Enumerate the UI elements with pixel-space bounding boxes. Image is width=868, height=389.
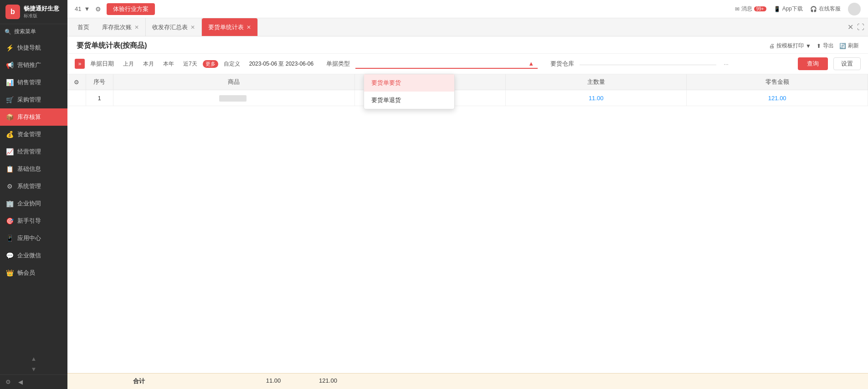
date-shortcuts: 上月 本月 本年 近7天 更多 自定义 — [119, 59, 244, 69]
tab-order-stats[interactable]: 要货单统计表 ✕ — [202, 18, 258, 36]
th-settings[interactable]: ⚙ — [67, 74, 86, 90]
table-footer: 合计 11.00 121.00 — [67, 373, 868, 389]
date-custom-btn[interactable]: 自定义 — [220, 59, 244, 69]
topbar-right: ✉ 消息 99+ 📱 App下载 🎧 在线客服 — [735, 3, 861, 15]
filter-bar: » 单据日期 上月 本月 本年 近7天 更多 自定义 2023-05-06 至 … — [67, 53, 868, 74]
retail-amount-link[interactable]: 121.00 — [768, 95, 786, 102]
dropdown-item-order-goods[interactable]: 要货单要货 — [364, 74, 454, 92]
sidebar-item-purchase[interactable]: 🛒 采购管理 — [0, 91, 67, 108]
tab-close-all-icon[interactable]: ✕ — [847, 23, 853, 31]
date-last-month-btn[interactable]: 上月 — [119, 59, 138, 69]
table-row: 1 块 11.00 121.00 — [67, 90, 868, 106]
sidebar-item-inventory[interactable]: 📦 库存核算 — [0, 108, 67, 126]
settings-icon: ⚙ — [74, 79, 79, 86]
filter-more-icon[interactable]: ··· — [724, 61, 729, 67]
sidebar-item-finance[interactable]: 💰 资金管理 — [0, 126, 67, 143]
nav-label: 资金管理 — [17, 130, 41, 138]
quick-nav-icon: ⚡ — [5, 44, 14, 51]
print-button[interactable]: 🖨 按模板打印 ▼ — [769, 42, 811, 50]
sales-icon: 📊 — [5, 79, 14, 86]
print-label: 按模板打印 — [776, 42, 804, 50]
date-this-month-btn[interactable]: 本月 — [139, 59, 158, 69]
store-selector[interactable]: 41 ▼ — [75, 5, 90, 12]
sidebar-item-wechat[interactable]: 💬 企业微信 — [0, 247, 67, 264]
topbar-gear-icon[interactable]: ⚙ — [95, 5, 101, 13]
nav-label: 基础信息 — [17, 165, 41, 173]
nav-label: 库存核算 — [17, 113, 41, 121]
date-label: 单据日期 — [90, 60, 114, 68]
online-service-item[interactable]: 🎧 在线客服 — [810, 5, 841, 13]
sidebar-item-quick-nav[interactable]: ⚡ 快捷导航 — [0, 39, 67, 56]
warehouse-label: 要货仓库 — [550, 60, 574, 68]
expand-button[interactable]: » — [75, 59, 85, 69]
print-chevron-icon: ▼ — [806, 43, 811, 49]
sidebar-scroll-down[interactable]: ▼ — [0, 364, 67, 374]
cell-product — [113, 90, 354, 106]
tab-label: 库存批次账 — [102, 23, 132, 31]
nav-label: 系统管理 — [17, 182, 41, 190]
tab-close-icon[interactable]: ✕ — [190, 24, 195, 31]
sidebar-item-system[interactable]: ⚙ 系统管理 — [0, 178, 67, 195]
sidebar-search[interactable]: 🔍 搜索菜单 — [0, 24, 67, 39]
sidebar-item-sales[interactable]: 📊 销售管理 — [0, 74, 67, 91]
page-actions: 🖨 按模板打印 ▼ ⬆ 导出 🔄 刷新 — [769, 42, 859, 50]
type-label: 单据类型 — [326, 60, 350, 68]
nav-label: 企业微信 — [17, 251, 41, 260]
tab-collection-summary[interactable]: 收发存汇总表 ✕ — [146, 18, 202, 36]
filter-settings-button[interactable]: 设置 — [833, 57, 861, 70]
search-icon: 🔍 — [5, 29, 11, 35]
refresh-icon: 🔄 — [839, 43, 846, 49]
sidebar-item-app-center[interactable]: 📱 应用中心 — [0, 230, 67, 247]
refresh-label: 刷新 — [848, 42, 859, 50]
search-label: 搜索菜单 — [14, 28, 36, 36]
trial-button[interactable]: 体验行业方案 — [107, 3, 155, 15]
quantity-link[interactable]: 11.00 — [589, 95, 604, 102]
message-label: 消息 — [741, 5, 752, 13]
query-button[interactable]: 查询 — [798, 57, 828, 70]
type-select[interactable]: ▲ — [355, 59, 538, 69]
type-dropdown: 要货单要货 要货单退货 — [364, 74, 455, 109]
tab-close-icon[interactable]: ✕ — [247, 24, 251, 31]
logo-text: 畅捷通好生意 标准版 — [24, 5, 59, 19]
cell-quantity[interactable]: 11.00 — [505, 90, 687, 106]
sidebar-item-basic-info[interactable]: 📋 基础信息 — [0, 160, 67, 178]
sidebar-item-operations[interactable]: 📈 经营管理 — [0, 143, 67, 160]
sidebar-item-membership[interactable]: 👑 畅会员 — [0, 264, 67, 282]
message-item[interactable]: ✉ 消息 99+ — [735, 5, 766, 13]
th-no: 序号 — [86, 74, 113, 90]
basic-info-icon: 📋 — [5, 165, 14, 173]
refresh-button[interactable]: 🔄 刷新 — [839, 42, 859, 50]
app-download-label: App下载 — [782, 5, 803, 13]
dropdown-item-order-return[interactable]: 要货单退货 — [364, 92, 454, 109]
cell-retail-amount[interactable]: 121.00 — [687, 90, 868, 106]
sidebar-item-enterprise[interactable]: 🏢 企业协同 — [0, 195, 67, 212]
topbar-left: 41 ▼ ⚙ 体验行业方案 — [75, 3, 155, 15]
user-avatar[interactable] — [848, 3, 861, 15]
logo-main-text: 畅捷通好生意 — [24, 5, 59, 13]
tab-expand-icon[interactable]: ⛶ — [857, 23, 864, 31]
sidebar-item-marketing[interactable]: 📢 营销推广 — [0, 56, 67, 74]
footer-retail-amount: 121.00 — [301, 377, 355, 385]
app-download-item[interactable]: 📱 App下载 — [774, 5, 803, 13]
collapse-icon[interactable]: ◀ — [18, 379, 23, 385]
footer-quantity: 11.00 — [246, 377, 301, 385]
nav-label: 营销推广 — [17, 61, 41, 69]
tab-label: 要货单统计表 — [208, 23, 244, 31]
date-range-value: 2023-05-06 至 2023-06-06 — [249, 60, 313, 68]
date-this-year-btn[interactable]: 本年 — [159, 59, 178, 69]
export-button[interactable]: ⬆ 导出 — [817, 42, 834, 50]
settings-icon[interactable]: ⚙ — [5, 379, 11, 385]
tab-batch-account[interactable]: 库存批次账 ✕ — [96, 18, 146, 36]
service-icon: 🎧 — [810, 6, 817, 12]
warehouse-select[interactable] — [580, 63, 716, 65]
sidebar-item-guide[interactable]: 🎯 新手引导 — [0, 212, 67, 230]
store-id: 41 — [75, 5, 81, 12]
tab-close-icon[interactable]: ✕ — [134, 24, 139, 31]
tab-home[interactable]: 首页 — [71, 18, 96, 36]
page-title: 要货单统计表(按商品) — [77, 41, 147, 51]
marketing-icon: 📢 — [5, 61, 14, 69]
date-last7days-btn[interactable]: 近7天 — [180, 59, 201, 69]
phone-icon: 📱 — [774, 6, 781, 12]
date-more-badge[interactable]: 更多 — [203, 60, 218, 68]
sidebar-scroll-up[interactable]: ▲ — [0, 353, 67, 364]
